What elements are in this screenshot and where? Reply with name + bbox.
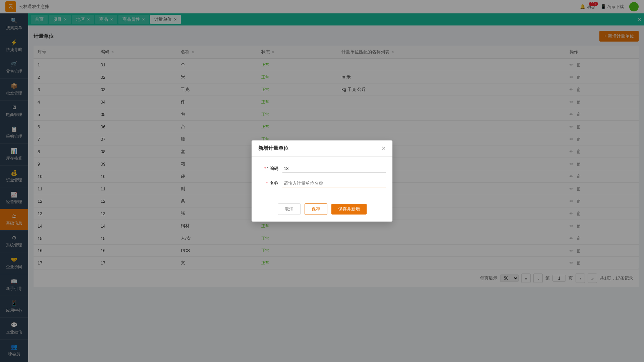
cancel-button[interactable]: 取消 — [278, 203, 301, 215]
name-row: * 名称 — [258, 179, 386, 187]
add-unit-modal: 新增计量单位 ✕ ** 编码 * 名称 取消 保存 保存并新增 — [252, 140, 392, 222]
save-new-button[interactable]: 保存并新增 — [331, 204, 367, 215]
modal-overlay[interactable]: 新增计量单位 ✕ ** 编码 * 名称 取消 保存 保存并新增 — [0, 0, 644, 362]
code-required-mark: * — [264, 166, 266, 171]
name-label: * 名称 — [258, 180, 278, 186]
name-input[interactable] — [282, 179, 386, 187]
name-required-mark: * — [266, 181, 268, 186]
modal-title: 新增计量单位 — [258, 145, 288, 152]
modal-close-button[interactable]: ✕ — [381, 145, 386, 152]
code-row: ** 编码 — [258, 165, 386, 173]
code-label: ** 编码 — [258, 166, 278, 172]
code-input[interactable] — [282, 165, 386, 173]
modal-footer: 取消 保存 保存并新增 — [252, 199, 392, 222]
modal-header: 新增计量单位 ✕ — [252, 140, 392, 157]
save-button[interactable]: 保存 — [305, 203, 327, 215]
modal-body: ** 编码 * 名称 — [252, 157, 392, 199]
